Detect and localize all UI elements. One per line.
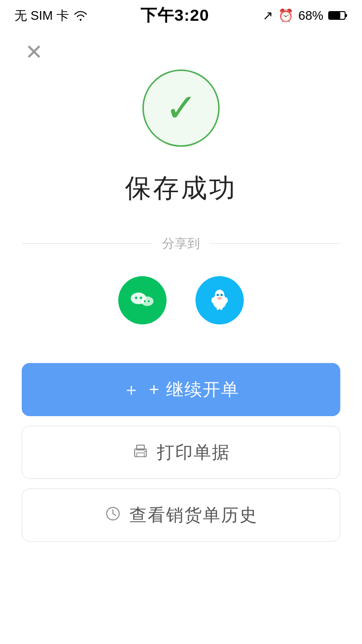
qq-icon	[205, 286, 234, 315]
svg-point-23	[144, 451, 146, 452]
carrier-text: 无 SIM 卡	[14, 7, 69, 24]
svg-point-4	[141, 296, 153, 306]
svg-rect-22	[137, 453, 144, 457]
history-label: 查看销货单历史	[129, 504, 258, 527]
alarm-icon: ⏰	[278, 8, 293, 23]
svg-rect-17	[220, 307, 223, 310]
wifi-icon	[74, 10, 87, 21]
battery-text: 68%	[298, 8, 323, 23]
clock-icon	[104, 505, 122, 525]
divider-left	[22, 243, 153, 244]
printer-icon	[132, 442, 149, 462]
wechat-share-button[interactable]	[118, 276, 167, 324]
svg-rect-16	[217, 307, 219, 310]
print-button[interactable]: 打印单据	[22, 426, 340, 479]
success-title: 保存成功	[125, 171, 237, 206]
svg-point-6	[140, 297, 142, 299]
status-bar: 无 SIM 卡 下午3:20 ↗ ⏰ 68%	[0, 0, 362, 31]
status-right: ↗ ⏰ 68%	[263, 8, 348, 23]
continue-label: + 继续开单	[149, 378, 239, 402]
divider-right	[209, 243, 340, 244]
qq-share-button[interactable]	[195, 276, 244, 324]
share-divider: 分享到	[22, 235, 340, 252]
svg-rect-2	[329, 12, 340, 19]
check-icon: ✓	[165, 89, 197, 127]
close-button[interactable]: ✕	[19, 38, 48, 67]
history-button[interactable]: 查看销货单历史	[22, 489, 340, 542]
status-time: 下午3:20	[140, 4, 209, 27]
action-buttons: ＋ + 继续开单 打印单据 查看销货单历史	[22, 363, 340, 542]
wechat-icon	[128, 286, 157, 315]
plus-icon: ＋	[123, 381, 141, 398]
svg-rect-1	[345, 14, 347, 17]
svg-point-18	[211, 297, 215, 303]
main-content: ✓ 保存成功 分享到	[0, 31, 362, 542]
close-icon: ✕	[25, 42, 43, 63]
svg-line-26	[113, 514, 116, 516]
svg-point-5	[135, 297, 138, 299]
continue-button[interactable]: ＋ + 继续开单	[22, 363, 340, 416]
print-label: 打印单据	[157, 441, 230, 464]
svg-point-7	[144, 300, 146, 302]
location-icon: ↗	[263, 8, 273, 23]
svg-point-8	[148, 300, 150, 302]
share-label: 分享到	[162, 235, 200, 252]
success-circle: ✓	[142, 70, 220, 147]
svg-point-13	[218, 294, 219, 295]
svg-point-19	[224, 297, 228, 303]
share-icons	[118, 276, 244, 324]
svg-point-15	[217, 297, 222, 300]
battery-icon	[328, 10, 348, 21]
status-carrier: 无 SIM 卡	[14, 7, 87, 24]
svg-point-14	[222, 294, 223, 295]
